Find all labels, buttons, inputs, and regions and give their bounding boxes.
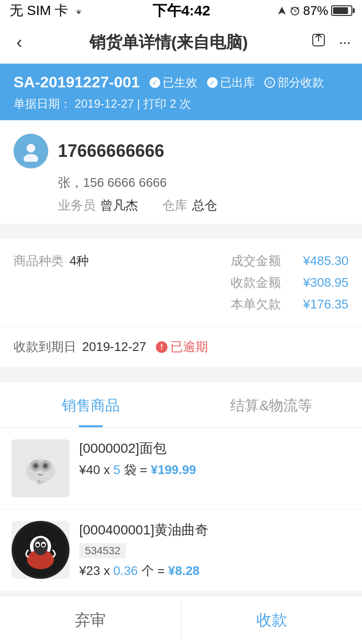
- svg-point-19: [42, 544, 45, 546]
- overdue-text: 已逾期: [170, 338, 208, 355]
- status-badge-shipped: ✓ 已出库: [207, 75, 255, 90]
- nav-bar: ‹ 销货单详情(来自电脑) ···: [0, 21, 362, 64]
- check-icon-2: ✓: [207, 77, 218, 88]
- transaction-label: 成交金额: [231, 252, 281, 269]
- status-carrier: 无 SIM 卡: [10, 1, 85, 20]
- overdue-icon: !: [156, 341, 167, 353]
- warehouse-name: 总仓: [192, 197, 217, 214]
- svg-text:兔+: 兔+: [37, 479, 44, 485]
- summary-card: 商品种类 4种 成交金额 ¥485.30 收款金额 ¥308.95 本单欠款 ¥…: [0, 239, 362, 326]
- svg-point-9: [34, 464, 37, 467]
- warehouse-label: 仓库: [162, 197, 187, 214]
- svg-point-3: [24, 154, 38, 162]
- tab-settlement[interactable]: 结算&物流等: [181, 382, 362, 427]
- bottom-bar: 弃审 收款: [0, 596, 362, 644]
- transaction-row: 成交金额 ¥485.30: [231, 252, 348, 269]
- status-time: 下午4:42: [153, 1, 210, 21]
- owl-icon: 兔+: [21, 449, 60, 488]
- table-row: [000400001]黄油曲奇 534532 ¥23 x 0.36 个 = ¥8…: [0, 509, 362, 591]
- sales-label: 业务员: [58, 197, 96, 214]
- battery-icon: [331, 5, 352, 16]
- tab-products[interactable]: 销售商品: [0, 382, 181, 427]
- transaction-value: ¥485.30: [291, 253, 348, 268]
- order-banner: SA-20191227-001 ✓ 已生效 ✓ 已出库 ⊙ 部分收款 单据日期：…: [0, 64, 362, 120]
- location-icon: [277, 6, 287, 15]
- amount-info: 成交金额 ¥485.30 收款金额 ¥308.95 本单欠款 ¥176.35: [231, 252, 348, 313]
- svg-point-2: [27, 144, 35, 153]
- table-row: 兔+ [0000002]面包 ¥40 x 5 袋 = ¥199.99: [0, 428, 362, 509]
- product-thumbnail-1: 兔+: [12, 439, 70, 497]
- receipt-row: 收款金额 ¥308.95: [231, 274, 348, 291]
- avatar: [14, 134, 48, 168]
- category-value: 4种: [70, 252, 89, 269]
- product-list: 兔+ [0000002]面包 ¥40 x 5 袋 = ¥199.99: [0, 428, 362, 591]
- receipt-label: 收款金额: [231, 274, 281, 291]
- alarm-icon: [290, 5, 300, 16]
- tabs: 销售商品 结算&物流等: [0, 382, 362, 428]
- customer-meta: 业务员 曾凡杰 仓库 总仓: [14, 197, 348, 214]
- ninja-icon: [14, 523, 67, 576]
- category-label: 商品种类: [14, 252, 64, 269]
- due-date-label: 收款到期日: [14, 338, 76, 355]
- status-badge-partial: ⊙ 部分收款: [265, 75, 324, 90]
- debt-value: ¥176.35: [291, 297, 348, 312]
- status-bar: 无 SIM 卡 下午4:42 87%: [0, 0, 362, 21]
- svg-point-15: [33, 538, 48, 555]
- product-thumbnail-2: [12, 521, 70, 579]
- status-badge-active: ✓ 已生效: [150, 75, 197, 90]
- check-icon-1: ✓: [150, 77, 160, 88]
- order-date: 单据日期： 2019-12-27 | 打印 2 次: [14, 96, 348, 112]
- debt-label: 本单欠款: [231, 296, 281, 313]
- customer-phone: 17666666666: [58, 141, 164, 161]
- carrier-text: 无 SIM 卡: [10, 1, 68, 20]
- debt-row: 本单欠款 ¥176.35: [231, 296, 348, 313]
- section-divider-2: [0, 375, 362, 382]
- nav-right-actions: ···: [310, 31, 350, 53]
- status-right: 87%: [277, 3, 352, 18]
- back-button[interactable]: ‹: [12, 28, 27, 57]
- customer-name-phone: 张，156 6666 6666: [14, 174, 348, 191]
- share-icon[interactable]: [310, 31, 327, 53]
- product-tag-2: 534532: [79, 543, 126, 559]
- product-price-2: ¥23 x 0.36 个 = ¥8.28: [79, 562, 350, 579]
- clock-icon: ⊙: [265, 77, 275, 88]
- product-info-2: [000400001]黄油曲奇 534532 ¥23 x 0.36 个 = ¥8…: [79, 521, 350, 579]
- more-icon[interactable]: ···: [339, 33, 350, 51]
- overdue-card: 收款到期日 2019-12-27 ! 已逾期: [0, 327, 362, 367]
- order-id: SA-20191227-001: [14, 73, 140, 91]
- product-info-1: [0000002]面包 ¥40 x 5 袋 = ¥199.99: [79, 439, 350, 478]
- cancel-review-button[interactable]: 弃审: [0, 600, 181, 641]
- overdue-status: ! 已逾期: [156, 338, 208, 355]
- due-date: 2019-12-27: [82, 339, 146, 354]
- customer-card: 17666666666 张，156 6666 6666 业务员 曾凡杰 仓库 总…: [0, 120, 362, 224]
- product-sku-2: [000400001]黄油曲奇: [79, 521, 350, 539]
- collect-payment-button[interactable]: 收款: [181, 600, 362, 641]
- page-title: 销货单详情(来自电脑): [89, 31, 248, 54]
- svg-point-10: [44, 464, 47, 467]
- battery-text: 87%: [303, 3, 328, 18]
- section-divider-1: [0, 231, 362, 239]
- svg-point-18: [36, 544, 39, 546]
- receipt-value: ¥308.95: [291, 275, 348, 290]
- product-price-1: ¥40 x 5 袋 = ¥199.99: [79, 462, 350, 478]
- sales-name: 曾凡杰: [100, 197, 138, 214]
- category-info: 商品种类 4种: [14, 252, 89, 269]
- product-sku-1: [0000002]面包: [79, 439, 350, 458]
- wifi-icon: [72, 5, 85, 16]
